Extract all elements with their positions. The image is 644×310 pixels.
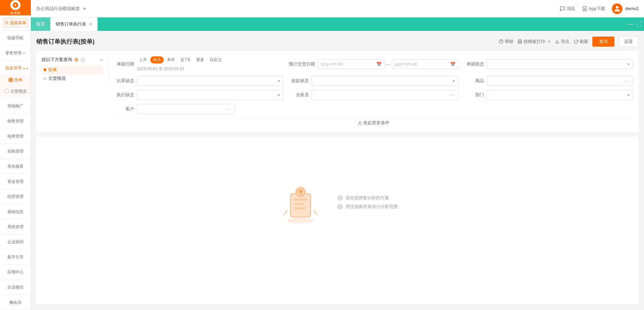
tab-sales-order-label: 销售订单执行表	[56, 21, 86, 27]
sidebar-item-wechat[interactable]: 企业微信	[0, 281, 31, 293]
marketing-label: 营销推广	[7, 103, 23, 109]
template-print-button[interactable]: 按模板打印 ▼	[518, 39, 551, 45]
tag-custom[interactable]: 自定义	[208, 56, 224, 63]
tip-text-1: 请先选择要分析的方案	[345, 195, 389, 201]
sidebar-item-ecommerce[interactable]: 电商管理	[0, 130, 31, 142]
filter-item-product: 商品 ···	[464, 76, 633, 86]
breadcrumb-dropdown-icon[interactable]: ▼	[83, 6, 87, 11]
pressorder-icon	[8, 78, 13, 82]
retail-section: 零售管理 ▼	[0, 46, 31, 61]
sidebar-item-finance[interactable]: 资金管理	[0, 175, 31, 188]
refresh-label: 刷新	[580, 39, 588, 45]
date-start-calendar-icon[interactable]: 📅	[376, 62, 382, 67]
add-scheme-icon[interactable]: ⊕	[74, 56, 78, 63]
sidebar-sub-item-pressorder[interactable]: 按单	[0, 74, 31, 86]
doc-status-select[interactable]: ▼	[487, 59, 633, 69]
sidebar-item-purchase[interactable]: 采购管理	[0, 145, 31, 157]
tag-last-month[interactable]: 上月	[137, 56, 149, 63]
export-button[interactable]: 导出	[555, 39, 570, 45]
user-name[interactable]: demo2	[625, 6, 639, 11]
sales-label: 销售管理	[7, 118, 23, 124]
help-icon	[499, 39, 503, 44]
tab-maximize-icon[interactable]: ⛶	[636, 21, 641, 27]
svg-line-15	[284, 210, 287, 215]
expected-date-start[interactable]: yyyy-mm-dd 📅	[318, 59, 384, 69]
date-tags: 上月 本月 本年 近7天 更多 自定义	[137, 56, 283, 63]
expected-date-end[interactable]: yyyy-mm-dd 📅	[392, 59, 459, 69]
system-label: 系统管理	[7, 224, 23, 230]
settings-scheme-icon[interactable]: ◎	[80, 56, 85, 63]
sidebar-item-marketing[interactable]: 营销推广	[0, 100, 31, 112]
pressorder-label: 按单	[14, 77, 22, 83]
template-print-label: 按模板打印	[524, 39, 545, 45]
help-button[interactable]: 帮助	[499, 39, 514, 45]
app-download-label: App下载	[589, 6, 605, 12]
svg-text:?: ?	[299, 189, 302, 195]
filter-item-salesperson: 业务员 ···	[289, 90, 458, 100]
svg-rect-10	[294, 199, 307, 201]
collapse-button[interactable]: ⋀ 收起更多条件	[114, 118, 633, 127]
scheme-item-pressorder[interactable]: 按单	[42, 65, 103, 74]
filter-top: 按以下方案查询 ⊕ ◎ « 按单 欠货情况	[42, 56, 633, 127]
tab-close-icon[interactable]: ✕	[89, 22, 92, 27]
scheme-item-owegoods[interactable]: 欠货情况	[42, 74, 103, 83]
salesperson-input[interactable]: ···	[312, 90, 458, 100]
sidebar-item-enterprise[interactable]: 企业协同	[0, 236, 31, 248]
warehouse-status-select[interactable]: ▼	[137, 76, 283, 86]
help-label: 帮助	[505, 39, 514, 45]
sidebar-item-sales[interactable]: 销售管理	[0, 115, 31, 127]
logo-text: 标准版	[10, 11, 20, 15]
sidebar-item-newbie[interactable]: 新手引导	[0, 251, 31, 263]
member-section: 畅会员	[0, 295, 31, 310]
tab-sales-order[interactable]: 销售订单执行表 ✕	[50, 17, 98, 31]
quicknav-label: 快捷导航	[7, 35, 23, 41]
exec-status-label: 执行状态	[114, 92, 134, 98]
sidebar-item-quicknav[interactable]: 快捷导航	[0, 32, 31, 44]
product-label: 商品	[464, 78, 484, 84]
tab-minimize-icon[interactable]: —	[628, 21, 633, 27]
dept-select[interactable]: ▼	[487, 90, 633, 100]
query-button[interactable]: 查询	[592, 37, 614, 47]
tag-this-month[interactable]: 本月	[150, 56, 164, 63]
main-content-area: ? 1 请先选择要分析的方案 2 用过滤条件来缩小分析范围	[36, 137, 639, 304]
exec-status-select[interactable]: ▼	[137, 90, 283, 100]
filter-item-warehouse-status: 出库状态 ▼	[114, 76, 283, 86]
collection-status-select[interactable]: ▼	[312, 76, 458, 86]
sidebar-item-wholesale[interactable]: 批发管理 ▲	[0, 62, 31, 74]
date-end-calendar-icon[interactable]: 📅	[450, 62, 455, 67]
app-download-button[interactable]: App下载	[582, 6, 605, 12]
product-input[interactable]: ···	[487, 76, 633, 86]
refresh-button[interactable]: 刷新	[574, 39, 588, 45]
date-label: 单据日期	[114, 61, 134, 67]
collapse-scheme-icon[interactable]: «	[101, 57, 103, 62]
tag-last-7-days[interactable]: 近7天	[178, 56, 193, 63]
retail-label: 零售管理	[5, 50, 21, 56]
customer-input[interactable]: ···	[137, 104, 235, 114]
message-button[interactable]: 消息	[560, 6, 575, 12]
date-section: 上月 本月 本年 近7天 更多 自定义 2023-03-01 至 2023-03…	[137, 56, 283, 72]
sidebar-item-basic[interactable]: 基础信息	[0, 206, 31, 218]
tab-home[interactable]: 首页	[31, 17, 50, 31]
wholesale-arrow-icon: ▲	[23, 67, 25, 70]
sidebar-item-retail[interactable]: 零售管理 ▼	[0, 47, 31, 59]
tag-more[interactable]: 更多	[194, 56, 206, 63]
dept-label: 部门	[464, 92, 484, 98]
sidebar-item-operation[interactable]: 经营管理	[0, 191, 31, 203]
sidebar-item-member[interactable]: 畅会员	[0, 296, 31, 308]
svg-line-1	[7, 23, 8, 24]
sidebar-item-appstore[interactable]: 应用中心	[0, 266, 31, 278]
setting-button[interactable]: 设置	[619, 36, 639, 47]
newbie-section: 新手引导	[0, 250, 31, 265]
search-menu-button[interactable]: 搜索菜单	[3, 18, 28, 28]
exec-status-arrow-icon: ▼	[277, 93, 280, 97]
enterprise-section: 企业协同	[0, 235, 31, 250]
operation-label: 经营管理	[7, 194, 23, 200]
page-header: 销售订单执行表(按单) 帮助 按模板打印 ▼ 导出 刷新	[36, 36, 639, 47]
collapse-up-icon: ⋀	[358, 120, 362, 125]
sidebar-sub-item-owegoods[interactable]: 欠货情况	[0, 86, 31, 97]
tag-this-year[interactable]: 本年	[165, 56, 177, 63]
svg-rect-11	[294, 203, 304, 205]
enterprise-label: 企业协同	[7, 239, 23, 245]
sidebar-item-inventory[interactable]: 库存核算	[0, 160, 31, 172]
sidebar-item-system[interactable]: 系统管理	[0, 221, 31, 233]
